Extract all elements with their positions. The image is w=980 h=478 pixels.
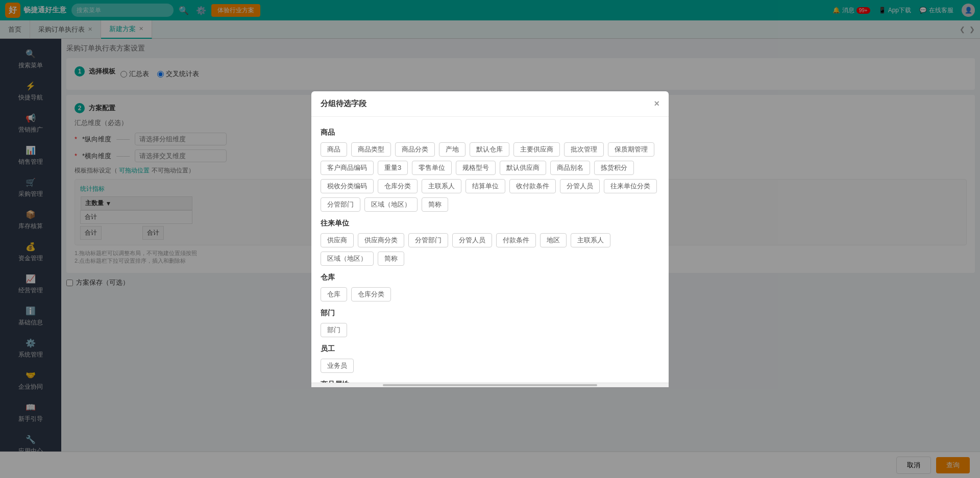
field-short-name[interactable]: 简称 — [422, 197, 448, 212]
section-title-warehouse: 仓库 — [321, 273, 659, 282]
goods-fields: 商品 商品类型 商品分类 产地 默认仓库 主要供应商 批次管理 保质期管理 客户… — [321, 142, 659, 212]
modal: 分组待选字段 × 商品 商品 商品类型 商品分类 产地 默认仓库 主要供应商 批… — [311, 91, 669, 387]
field-alias[interactable]: 商品别名 — [550, 161, 590, 175]
field-expiry[interactable]: 保质期管理 — [608, 142, 654, 157]
field-dept2[interactable]: 分管部门 — [408, 233, 448, 247]
modal-header: 分组待选字段 × — [311, 91, 669, 117]
field-default-warehouse[interactable]: 默认仓库 — [470, 142, 509, 157]
field-weight3[interactable]: 重量3 — [378, 161, 408, 175]
field-contact[interactable]: 主联系人 — [422, 179, 461, 193]
field-warehouse-category[interactable]: 仓库分类 — [351, 287, 391, 301]
field-tax-code[interactable]: 税收分类编码 — [321, 179, 374, 193]
section-title-partner: 往来单位 — [321, 219, 659, 228]
modal-hscroll[interactable] — [311, 383, 669, 387]
field-supplier[interactable]: 供应商 — [321, 233, 354, 247]
field-supplier-cat[interactable]: 供应商分类 — [358, 233, 404, 247]
modal-overlay: 分组待选字段 × 商品 商品 商品类型 商品分类 产地 默认仓库 主要供应商 批… — [0, 0, 980, 478]
field-main-supplier[interactable]: 主要供应商 — [513, 142, 560, 157]
partner-fields: 供应商 供应商分类 分管部门 分管人员 付款条件 地区 主联系人 区域（地区） … — [321, 233, 659, 266]
section-title-staff: 员工 — [321, 344, 659, 354]
field-payment-terms[interactable]: 收付款条件 — [509, 179, 556, 193]
modal-title: 分组待选字段 — [321, 99, 366, 109]
field-points[interactable]: 拣货积分 — [594, 161, 634, 175]
field-spec[interactable]: 规格型号 — [456, 161, 496, 175]
field-warehouse-cat[interactable]: 仓库分类 — [378, 179, 418, 193]
modal-body: 商品 商品 商品类型 商品分类 产地 默认仓库 主要供应商 批次管理 保质期管理… — [311, 117, 669, 383]
field-settlement-unit[interactable]: 结算单位 — [465, 179, 505, 193]
field-supervisor2[interactable]: 分管人员 — [452, 233, 492, 247]
section-title-dept: 部门 — [321, 309, 659, 318]
field-retail-unit[interactable]: 零售单位 — [412, 161, 452, 175]
field-department[interactable]: 部门 — [321, 323, 347, 337]
field-region[interactable]: 区域（地区） — [364, 197, 418, 212]
staff-fields: 业务员 — [321, 359, 659, 373]
field-short-name2[interactable]: 简称 — [378, 251, 404, 266]
modal-close-button[interactable]: × — [654, 98, 659, 109]
field-origin[interactable]: 产地 — [439, 142, 465, 157]
field-goods[interactable]: 商品 — [321, 142, 347, 157]
field-partner-cat[interactable]: 往来单位分类 — [604, 179, 657, 193]
field-main-contact[interactable]: 主联系人 — [571, 233, 610, 247]
field-supervisor[interactable]: 分管人员 — [560, 179, 600, 193]
field-region2[interactable]: 区域（地区） — [321, 251, 374, 266]
field-customer-code[interactable]: 客户商品编码 — [321, 161, 374, 175]
field-dept[interactable]: 分管部门 — [321, 197, 360, 212]
field-goods-type[interactable]: 商品类型 — [351, 142, 391, 157]
field-default-supplier[interactable]: 默认供应商 — [500, 161, 546, 175]
section-title-goods: 商品 — [321, 128, 659, 137]
warehouse-fields: 仓库 仓库分类 — [321, 287, 659, 301]
field-area[interactable]: 地区 — [540, 233, 567, 247]
field-warehouse[interactable]: 仓库 — [321, 287, 347, 301]
dept-fields: 部门 — [321, 323, 659, 337]
field-salesman[interactable]: 业务员 — [321, 359, 354, 373]
field-goods-cat[interactable]: 商品分类 — [395, 142, 435, 157]
field-payment-cond[interactable]: 付款条件 — [496, 233, 536, 247]
field-batch[interactable]: 批次管理 — [564, 142, 604, 157]
